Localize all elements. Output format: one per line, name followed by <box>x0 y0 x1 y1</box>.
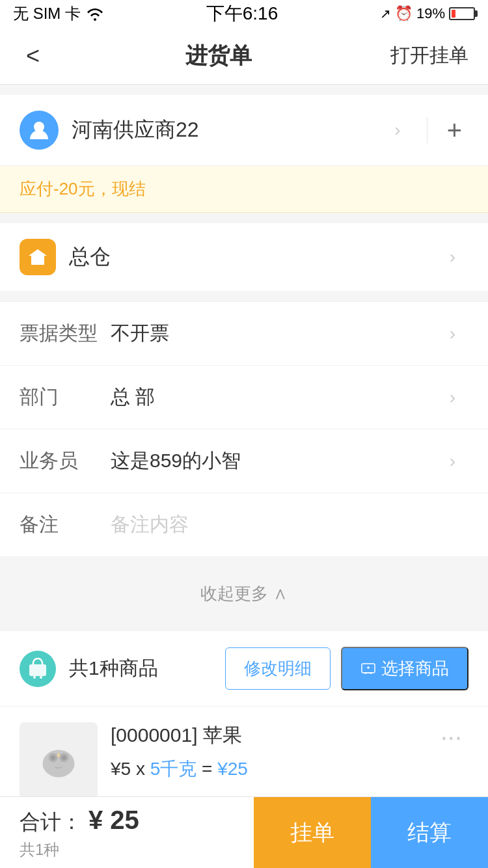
supplier-alert: 应付-20元，现结 <box>0 166 488 213</box>
svg-rect-1 <box>29 664 46 676</box>
svg-point-2 <box>33 676 36 679</box>
pending-button[interactable]: 挂单 <box>254 797 371 868</box>
total-label: 合计： <box>20 808 82 837</box>
status-left: 无 SIM 卡 <box>13 3 104 24</box>
cart-icon <box>27 658 49 680</box>
svg-point-9 <box>62 755 66 760</box>
svg-point-8 <box>51 755 55 760</box>
footer: 合计： ¥ 25 共1种 挂单 结算 <box>0 796 488 868</box>
select-product-button[interactable]: 选择商品 <box>341 647 468 690</box>
total-sub: 共1种 <box>20 839 234 860</box>
carrier-label: 无 SIM 卡 <box>13 3 81 24</box>
warehouse-row[interactable]: 总仓 › <box>0 223 488 291</box>
battery-icon <box>449 7 475 20</box>
product-header: 共1种商品 修改明细 选择商品 <box>0 631 488 707</box>
status-time: 下午6:16 <box>206 1 278 26</box>
salesman-value: 这是859的小智 <box>98 448 450 474</box>
settle-button[interactable]: 结算 <box>371 797 488 868</box>
product-info: [0000001] 苹果 ¥5 x 5千克 = ¥25 <box>111 722 421 800</box>
supplier-name: 河南供应商22 <box>72 116 394 144</box>
wifi-icon <box>86 7 104 21</box>
quantity: 5千克 <box>150 759 197 779</box>
select-product-icon <box>360 661 376 677</box>
person-icon <box>27 118 51 142</box>
edit-detail-button[interactable]: 修改明细 <box>225 647 331 690</box>
dept-label: 部门 <box>20 384 98 411</box>
owl-logo-icon <box>36 739 81 784</box>
product-name: [0000001] 苹果 <box>111 722 421 749</box>
dept-value: 总 部 <box>98 384 450 411</box>
product-code: [0000001] 苹果 <box>111 724 242 746</box>
supplier-chevron-icon: › <box>394 120 400 141</box>
remark-label: 备注 <box>20 511 98 538</box>
total-amount: ¥ 25 <box>88 806 139 835</box>
subtotal: ¥25 <box>217 759 248 779</box>
warehouse-icon <box>20 239 56 275</box>
warehouse-chevron-icon: › <box>450 247 455 267</box>
invoice-chevron-icon: › <box>450 323 455 344</box>
product-more-button[interactable]: ··· <box>434 722 468 800</box>
location-icon: ↗ <box>380 6 391 21</box>
form-section: 票据类型 不开票 › 部门 总 部 › 业务员 这是859的小智 › 备注 备注… <box>0 301 488 556</box>
supplier-section: 河南供应商22 › + 应付-20元，现结 <box>0 95 488 213</box>
add-supplier-button[interactable]: + <box>441 116 468 145</box>
alarm-icon: ⏰ <box>395 5 413 22</box>
dept-row[interactable]: 部门 总 部 › <box>0 365 488 429</box>
invoice-label: 票据类型 <box>20 320 98 347</box>
home-icon <box>27 247 48 267</box>
invoice-value: 不开票 <box>98 320 450 347</box>
collapse-toggle[interactable]: 收起更多 ∧ <box>0 567 488 621</box>
warehouse-name: 总仓 <box>69 243 450 271</box>
product-count: 共1种商品 <box>69 655 225 682</box>
unit-price: ¥5 x <box>111 759 150 779</box>
invoice-row[interactable]: 票据类型 不开票 › <box>0 301 488 365</box>
warehouse-section: 总仓 › <box>0 223 488 291</box>
salesman-label: 业务员 <box>20 448 98 474</box>
battery-label: 19% <box>416 5 445 22</box>
page-title: 进货单 <box>185 41 252 71</box>
salesman-chevron-icon: › <box>450 451 455 472</box>
divider <box>427 117 427 143</box>
product-icon <box>20 651 56 687</box>
dept-chevron-icon: › <box>450 387 455 408</box>
nav-bar: < 进货单 打开挂单 <box>0 27 488 85</box>
remark-input[interactable]: 备注内容 <box>98 511 468 538</box>
equals: = <box>202 759 217 779</box>
remark-row[interactable]: 备注 备注内容 <box>0 493 488 556</box>
status-bar: 无 SIM 卡 下午6:16 ↗ ⏰ 19% <box>0 0 488 27</box>
select-product-label: 选择商品 <box>381 657 449 680</box>
product-price-row: ¥5 x 5千克 = ¥25 <box>111 757 421 781</box>
svg-point-3 <box>40 676 42 679</box>
total-row: 合计： ¥ 25 <box>20 806 234 837</box>
open-pending-button[interactable]: 打开挂单 <box>390 42 468 69</box>
salesman-row[interactable]: 业务员 这是859的小智 › <box>0 429 488 493</box>
supplier-avatar <box>20 111 59 150</box>
footer-total: 合计： ¥ 25 共1种 <box>0 797 254 868</box>
supplier-row[interactable]: 河南供应商22 › + <box>0 95 488 166</box>
back-button[interactable]: < <box>20 36 46 76</box>
status-right: ↗ ⏰ 19% <box>380 5 475 22</box>
product-thumbnail <box>20 722 98 800</box>
